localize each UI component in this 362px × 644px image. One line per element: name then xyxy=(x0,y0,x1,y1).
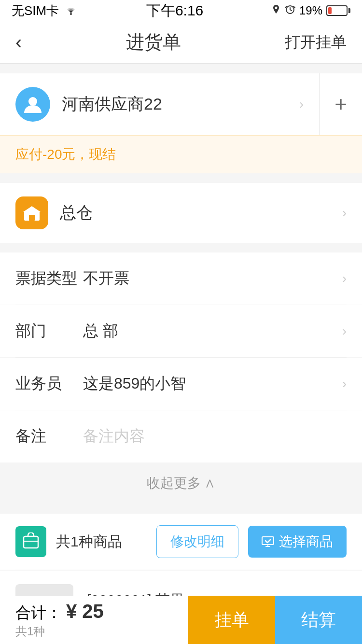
bottom-bar: 合计： ¥ 25 共1种 挂单 结算 xyxy=(0,596,362,644)
salesperson-row[interactable]: 业务员 这是859的小智 › xyxy=(0,358,362,410)
remark-row[interactable]: 备注 备注内容 xyxy=(0,410,362,462)
edit-detail-button[interactable]: 修改明细 xyxy=(156,525,238,558)
battery-icon xyxy=(326,5,350,16)
supplier-row[interactable]: 河南供应商22 › xyxy=(0,73,320,135)
alarm-icon xyxy=(285,4,295,17)
svg-point-0 xyxy=(70,13,72,15)
checkout-button[interactable]: 结算 xyxy=(275,596,362,644)
warehouse-chevron-icon: › xyxy=(342,205,347,221)
location-icon xyxy=(271,4,281,17)
total-amount: ¥ 25 xyxy=(66,601,104,622)
svg-rect-5 xyxy=(29,215,35,221)
page-title: 进货单 xyxy=(126,30,181,55)
section-gap-1 xyxy=(0,64,362,73)
svg-point-3 xyxy=(28,97,37,106)
hang-order-button[interactable]: 挂单 xyxy=(188,596,275,644)
total-row: 合计： ¥ 25 xyxy=(15,601,173,624)
warehouse-row[interactable]: 总仓 › xyxy=(0,183,362,243)
products-icon xyxy=(15,526,46,557)
section-gap-3 xyxy=(0,243,362,252)
collapse-more-button[interactable]: 收起更多 ∧ xyxy=(0,462,362,504)
dept-value: 总 部 xyxy=(83,321,334,342)
supplier-section: 河南供应商22 › + xyxy=(0,73,362,135)
add-supplier-button[interactable]: + xyxy=(320,73,362,135)
svg-rect-6 xyxy=(24,536,38,548)
invoice-chevron-icon: › xyxy=(342,271,347,286)
total-label: 合计： xyxy=(15,604,62,621)
status-time: 下午6:16 xyxy=(146,1,203,21)
dept-label: 部门 xyxy=(15,321,83,342)
salesperson-value: 这是859的小智 xyxy=(83,373,334,394)
battery-percent: 19% xyxy=(299,4,322,17)
status-bar: 无SIM卡 下午6:16 19% xyxy=(0,0,362,21)
nav-bar: ‹ 进货单 打开挂单 xyxy=(0,21,362,64)
supplier-avatar xyxy=(15,87,50,122)
select-product-label: 选择商品 xyxy=(279,532,333,551)
supplier-chevron-icon: › xyxy=(299,97,304,112)
products-count: 共1种商品 xyxy=(56,532,156,552)
section-gap-4 xyxy=(0,504,362,514)
salesperson-label: 业务员 xyxy=(15,373,83,394)
divider-4 xyxy=(15,570,347,570)
products-header: 共1种商品 修改明细 选择商品 xyxy=(0,514,362,570)
department-row[interactable]: 部门 总 部 › xyxy=(0,305,362,357)
invoice-value: 不开票 xyxy=(83,268,334,289)
svg-point-1 xyxy=(275,7,277,9)
total-count: 共1种 xyxy=(15,624,173,639)
warning-banner: 应付-20元，现结 xyxy=(0,135,362,173)
dept-chevron-icon: › xyxy=(342,323,347,339)
invoice-type-row[interactable]: 票据类型 不开票 › xyxy=(0,252,362,305)
supplier-name: 河南供应商22 xyxy=(62,93,292,115)
warehouse-name: 总仓 xyxy=(60,202,334,224)
invoice-label: 票据类型 xyxy=(15,268,83,289)
total-section: 合计： ¥ 25 共1种 xyxy=(0,596,188,644)
remark-label: 备注 xyxy=(15,426,83,447)
status-right: 19% xyxy=(271,4,350,17)
remark-input[interactable]: 备注内容 xyxy=(83,426,347,447)
wifi-icon xyxy=(64,3,78,18)
status-left: 无SIM卡 xyxy=(12,2,78,19)
warehouse-icon xyxy=(15,196,48,229)
back-button[interactable]: ‹ xyxy=(15,31,22,53)
select-product-button[interactable]: 选择商品 xyxy=(248,526,347,558)
section-gap-2 xyxy=(0,173,362,183)
salesperson-chevron-icon: › xyxy=(342,376,347,392)
sim-text: 无SIM卡 xyxy=(12,2,59,19)
svg-rect-7 xyxy=(262,537,274,545)
open-pending-button[interactable]: 打开挂单 xyxy=(285,32,347,53)
